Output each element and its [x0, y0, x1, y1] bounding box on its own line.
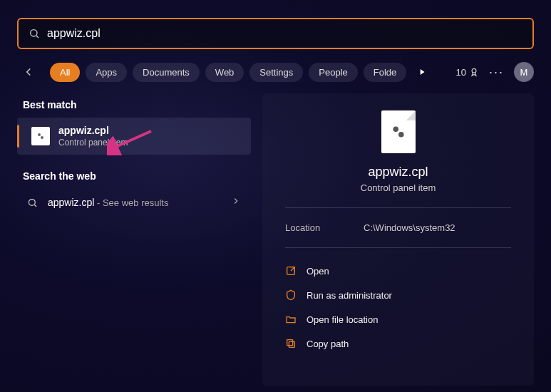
tab-folders[interactable]: Folde — [364, 63, 407, 82]
results-panel: Best match appwiz.cpl Control panel item… — [17, 93, 251, 386]
tab-all[interactable]: All — [50, 63, 80, 82]
tab-settings[interactable]: Settings — [249, 63, 303, 82]
action-open-label: Open — [307, 266, 329, 277]
chevron-right-icon — [231, 196, 241, 209]
result-title: appwiz.cpl — [58, 125, 128, 136]
more-button[interactable]: ··· — [489, 65, 504, 80]
rewards-count: 10 — [456, 67, 466, 78]
cpl-file-icon — [31, 127, 50, 145]
svg-point-6 — [29, 199, 36, 205]
web-term: appwiz.cpl — [48, 197, 94, 208]
tab-people[interactable]: People — [309, 63, 357, 82]
detail-subtitle: Control panel item — [361, 182, 436, 193]
svg-point-9 — [398, 132, 404, 138]
tab-apps[interactable]: Apps — [86, 63, 127, 82]
shield-icon — [285, 289, 297, 301]
action-run-admin[interactable]: Run as administrator — [285, 289, 511, 301]
search-web-heading: Search the web — [23, 170, 251, 182]
filter-tabs: All Apps Documents Web Settings People F… — [17, 61, 534, 83]
search-icon — [27, 197, 38, 208]
svg-point-4 — [38, 133, 41, 136]
cpl-file-icon-large — [381, 110, 416, 153]
search-icon — [29, 28, 40, 39]
search-bar[interactable] — [17, 18, 534, 49]
open-icon — [285, 265, 297, 277]
svg-line-7 — [34, 205, 36, 207]
svg-point-5 — [41, 136, 43, 139]
svg-point-0 — [31, 30, 37, 36]
svg-rect-13 — [287, 340, 293, 346]
action-run-admin-label: Run as administrator — [307, 290, 392, 301]
action-copy-path[interactable]: Copy path — [285, 338, 511, 349]
rewards-badge[interactable]: 10 — [456, 67, 479, 78]
svg-point-3 — [472, 68, 476, 73]
detail-panel: appwiz.cpl Control panel item Location C… — [262, 93, 534, 386]
result-subtitle: Control panel item — [58, 138, 128, 148]
web-suffix: - See web results — [94, 197, 168, 208]
svg-point-8 — [393, 126, 398, 132]
svg-marker-2 — [421, 69, 425, 75]
medal-icon — [469, 67, 479, 77]
best-match-result[interactable]: appwiz.cpl Control panel item — [17, 118, 251, 155]
action-open-location[interactable]: Open file location — [285, 314, 511, 325]
svg-rect-12 — [289, 341, 294, 347]
folder-icon — [285, 314, 297, 325]
location-label: Location — [285, 222, 364, 233]
svg-line-11 — [291, 267, 294, 271]
detail-title: appwiz.cpl — [368, 165, 428, 180]
user-avatar[interactable]: M — [514, 62, 534, 82]
location-value: C:\Windows\system32 — [364, 222, 455, 233]
action-copy-path-label: Copy path — [307, 339, 349, 349]
best-match-heading: Best match — [23, 99, 251, 110]
back-button[interactable] — [17, 61, 40, 83]
action-open-location-label: Open file location — [307, 314, 378, 325]
action-open[interactable]: Open — [285, 265, 511, 277]
tab-web[interactable]: Web — [205, 63, 244, 82]
copy-icon — [285, 338, 297, 349]
svg-line-1 — [36, 36, 38, 38]
tabs-scroll-right[interactable] — [412, 62, 432, 82]
location-row: Location C:\Windows\system32 — [285, 222, 511, 233]
tab-documents[interactable]: Documents — [133, 63, 200, 82]
web-search-result[interactable]: appwiz.cpl - See web results — [17, 189, 251, 216]
search-input[interactable] — [47, 27, 522, 40]
